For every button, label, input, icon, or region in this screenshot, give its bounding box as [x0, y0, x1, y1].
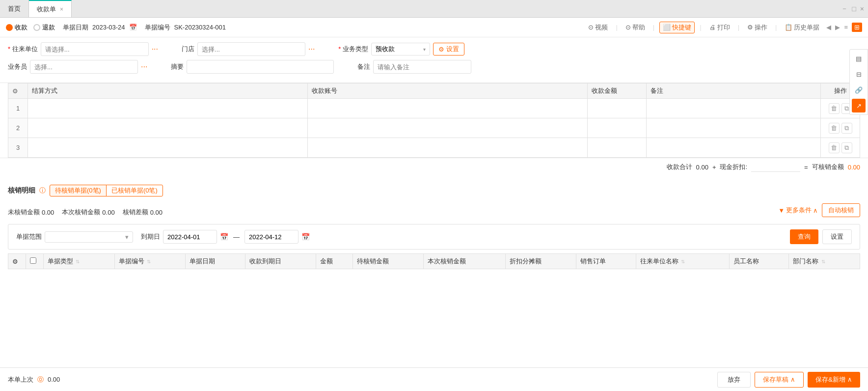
- nav-next-icon[interactable]: ▶: [835, 24, 840, 31]
- maximize-icon[interactable]: □: [852, 5, 856, 13]
- row-2-settlement[interactable]: [28, 118, 308, 138]
- sidebar-icon-4[interactable]: ↗: [852, 99, 866, 112]
- operation-label: 操作: [755, 23, 767, 32]
- salesperson-input[interactable]: [30, 60, 138, 74]
- video-btn[interactable]: ⊙ 视频: [585, 22, 611, 33]
- refund-label: 退款: [42, 23, 55, 32]
- row-1-account[interactable]: [307, 99, 587, 118]
- bth-gear[interactable]: ⚙: [8, 254, 26, 269]
- writeoff-settings-btn[interactable]: 设置: [822, 229, 852, 244]
- writeoff-info-icon[interactable]: ⓘ: [39, 186, 46, 195]
- table-row: 1 🗑 ⧉: [8, 99, 860, 118]
- salesperson-more-icon[interactable]: ···: [141, 62, 147, 71]
- doc-no-sort-icon[interactable]: ⇅: [147, 259, 151, 264]
- minimize-icon[interactable]: －: [841, 4, 848, 13]
- top-toolbar: 收款 退款 单据日期 2023-03-24 📅 单据编号 SK-20230324…: [0, 18, 868, 37]
- receipt-radio[interactable]: 收款: [6, 23, 27, 32]
- search-form-right: 查询 设置: [790, 229, 852, 244]
- due-date-start-calendar-icon[interactable]: 📅: [220, 233, 228, 241]
- row-1-settlement[interactable]: [28, 99, 308, 118]
- settings-button[interactable]: ⚙ 设置: [433, 43, 464, 56]
- dept-sort-icon[interactable]: ⇅: [821, 259, 825, 264]
- th-remark-label: 备注: [651, 87, 663, 94]
- last-order-icon[interactable]: ⓪: [37, 375, 44, 384]
- footer: 本单上次 ⓪ 0.00 放弃 保存草稿 ∧ 保存&新增 ∧: [0, 367, 868, 391]
- save-new-btn[interactable]: 保存&新增 ∧: [808, 372, 860, 388]
- row-2-remark[interactable]: [646, 118, 820, 138]
- help-btn[interactable]: ⊙ 帮助: [623, 22, 648, 33]
- sidebar-icon-3[interactable]: 🔗: [852, 83, 866, 97]
- tab-done[interactable]: 已核销单据(0笔): [106, 185, 163, 196]
- sidebar-icon-2[interactable]: ⊟: [852, 67, 866, 81]
- counterpart-more-icon[interactable]: ···: [152, 45, 158, 54]
- row-2-amount[interactable]: [587, 118, 646, 138]
- due-date-start-input[interactable]: [163, 230, 217, 244]
- row-2-delete-btn[interactable]: 🗑: [829, 123, 840, 134]
- row-3-amount[interactable]: [587, 138, 646, 158]
- discount-input[interactable]: [751, 162, 800, 172]
- auto-writeoff-btn[interactable]: 自动核销: [822, 203, 860, 217]
- tab-home[interactable]: 首页: [0, 0, 29, 17]
- window-close-icon[interactable]: ×: [860, 5, 864, 13]
- doc-date-calendar-icon[interactable]: 📅: [129, 24, 137, 31]
- shortcut-btn[interactable]: ⬜ 快捷键: [659, 22, 695, 33]
- history-btn[interactable]: 📋 历史单据: [782, 22, 822, 33]
- doc-no-info: 单据编号 SK-20230324-001: [145, 23, 226, 32]
- counterpart-input[interactable]: [41, 42, 149, 56]
- sep4: |: [738, 24, 739, 31]
- row-2-copy-btn[interactable]: ⧉: [841, 123, 852, 134]
- doc-type-sort-icon[interactable]: ⇅: [76, 259, 80, 264]
- tab-current[interactable]: 收款单 ×: [29, 0, 72, 17]
- business-type-dropdown[interactable]: 预收款 ▾: [371, 43, 430, 56]
- row-3-account[interactable]: [307, 138, 587, 158]
- table-gear-icon[interactable]: ⚙: [12, 87, 18, 95]
- doc-range-dropdown[interactable]: ▾: [45, 231, 133, 243]
- tab-close-icon[interactable]: ×: [60, 6, 63, 13]
- row-1-delete-btn[interactable]: 🗑: [829, 103, 840, 114]
- remark-input[interactable]: [373, 60, 471, 74]
- video-icon: ⊙: [588, 24, 594, 31]
- counterpart-sort-icon[interactable]: ⇅: [681, 259, 685, 264]
- discard-btn[interactable]: 放弃: [717, 372, 751, 388]
- row-3-remark[interactable]: [646, 138, 820, 158]
- save-draft-btn[interactable]: 保存草稿 ∧: [755, 372, 804, 388]
- sep1: |: [616, 24, 617, 31]
- store-input[interactable]: [197, 42, 305, 56]
- summary-input[interactable]: [187, 60, 334, 74]
- sidebar-icon-1[interactable]: ▤: [852, 52, 866, 65]
- sep3: |: [700, 24, 701, 31]
- select-all-checkbox[interactable]: [30, 257, 36, 264]
- tab-pending[interactable]: 待核销单据(0笔): [50, 185, 107, 196]
- row-3-settlement[interactable]: [28, 138, 308, 158]
- bth-current: 本次核销金额: [424, 254, 506, 269]
- row-3-copy-btn[interactable]: ⧉: [841, 142, 852, 153]
- history-label: 历史单据: [794, 23, 819, 32]
- th-gear[interactable]: ⚙: [8, 84, 28, 99]
- bth-doc-date-label: 单据日期: [190, 257, 215, 265]
- more-conditions-btn[interactable]: ▼ 更多条件 ∧: [778, 206, 818, 215]
- refund-radio[interactable]: 退款: [33, 23, 55, 32]
- search-form: 单据范围 ▾ 到期日 📅 — 📅 查询 设置: [8, 224, 860, 250]
- query-btn[interactable]: 查询: [790, 229, 818, 244]
- bth-counterpart: 往来单位名称 ⇅: [636, 254, 729, 269]
- filter-bar: ▼ 更多条件 ∧ 自动核销: [778, 203, 860, 217]
- bottom-gear-icon[interactable]: ⚙: [12, 258, 18, 265]
- operation-btn[interactable]: ⚙ 操作: [744, 22, 770, 33]
- due-date-end-input[interactable]: [244, 230, 298, 244]
- nav-prev-icon[interactable]: ◀: [826, 24, 831, 31]
- row-2-account[interactable]: [307, 118, 587, 138]
- row-1-amount[interactable]: [587, 99, 646, 118]
- row-3-delete-btn[interactable]: 🗑: [829, 142, 840, 153]
- bth-checkbox[interactable]: [26, 254, 44, 269]
- date-separator: —: [233, 233, 240, 241]
- total-value: 0.00: [696, 164, 708, 171]
- receipt-radio-dot: [6, 24, 13, 31]
- store-field: 门店 ···: [182, 42, 315, 56]
- row-1-remark[interactable]: [646, 99, 820, 118]
- list-view-icon[interactable]: ≡: [844, 24, 848, 31]
- right-sidebar: ▤ ⊟ 🔗 ↗: [849, 49, 868, 115]
- print-btn[interactable]: 🖨 打印: [706, 22, 733, 33]
- due-date-end-calendar-icon[interactable]: 📅: [301, 233, 310, 241]
- grid-view-icon[interactable]: ⊞: [852, 23, 862, 32]
- store-more-icon[interactable]: ···: [308, 45, 315, 54]
